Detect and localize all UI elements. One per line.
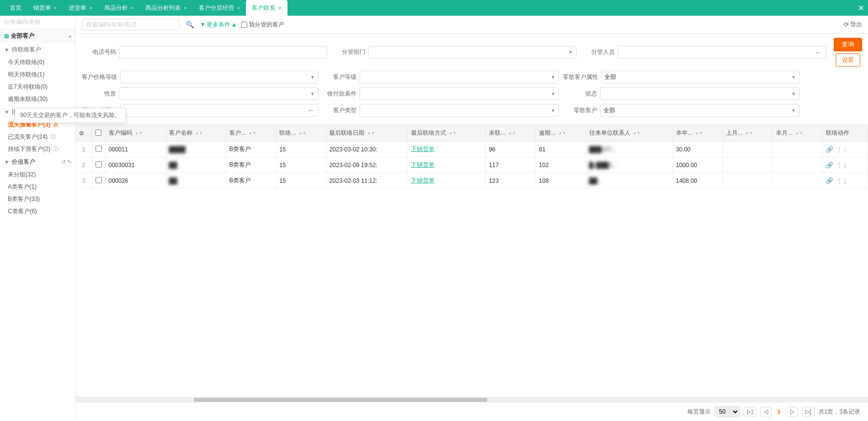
tab-close-customer-tier[interactable]: × [237, 5, 240, 11]
sidebar-group-pending[interactable]: ▼ 待联络客户 [0, 43, 75, 56]
cell-last-method[interactable]: 下销货单 [408, 173, 485, 189]
cell-last-method[interactable]: 下销货单 [408, 157, 485, 173]
sort-date-icon[interactable]: ▲▼ [367, 131, 375, 135]
sort-code-icon[interactable]: ▲▼ [135, 131, 143, 135]
sidebar-item-a-class[interactable]: A类客户(1) [0, 181, 75, 193]
tab-close-sales[interactable]: × [54, 5, 57, 11]
cell-action: 🔗 ⋮⋮ [823, 173, 868, 189]
export-button[interactable]: ⟳ 导出 [844, 21, 862, 29]
tab-customer-contact[interactable]: 客户联系 × [246, 0, 287, 16]
sort-thismonth-icon[interactable]: ▲▼ [796, 131, 803, 135]
cell-last-month [723, 142, 772, 157]
cell-index: 3 [76, 173, 92, 189]
tab-product-analysis[interactable]: 商品分析 × [98, 0, 140, 16]
sort-lastmonth-icon[interactable]: ▲▼ [745, 131, 753, 135]
cell-checkbox[interactable] [92, 157, 105, 173]
chevron-down-icon-2: ▼ [310, 74, 315, 80]
gender-select[interactable]: ▼ [119, 87, 318, 100]
tab-close-product-analysis-list[interactable]: × [184, 5, 187, 11]
cell-unit-contact: ███107... [586, 142, 673, 157]
region-select[interactable]: ··· [120, 104, 318, 117]
manager-dots-icon[interactable]: ··· [814, 49, 822, 56]
chevron-down-icon-9: ▼ [791, 108, 796, 113]
price-level-select[interactable]: ▼ [120, 71, 318, 83]
sort-type-icon[interactable]: ▲▼ [248, 131, 256, 135]
edit-icons[interactable]: ↺ ✎ [61, 159, 72, 165]
sort-method-icon[interactable]: ▲▼ [449, 131, 457, 135]
sidebar-item-ungrouped[interactable]: 未分组(32) [0, 169, 75, 181]
tab-customer-tier[interactable]: 客户分层经营 × [193, 0, 246, 16]
tab-close-product-analysis[interactable]: × [131, 5, 134, 11]
sidebar-item-b-class[interactable]: B类客户(33) [0, 193, 75, 205]
sort-name-icon[interactable]: ▲▼ [195, 131, 203, 135]
more-filter-button[interactable]: ▼ 更多条件 ▲ [200, 21, 237, 29]
cell-checkbox[interactable] [92, 142, 105, 157]
payment-select[interactable]: ▼ [360, 87, 559, 100]
query-button[interactable]: 查询 [834, 38, 862, 51]
action-link-icon[interactable]: 🔗 [826, 177, 833, 184]
sidebar-group-value[interactable]: ▼ 价值客户 ↺ ✎ [0, 155, 75, 169]
zero-customer-select[interactable]: 全部 ▼ [600, 104, 799, 117]
close-window-icon[interactable]: ✕ [858, 3, 864, 13]
settings-button[interactable]: 设置 [836, 53, 860, 67]
gender-label: 性质 [82, 90, 116, 98]
action-menu-icon[interactable]: ⋮⋮ [836, 162, 848, 169]
next-page-btn[interactable]: ▷ [787, 407, 798, 417]
sidebar-item-7days[interactable]: 近7天待联络(0) [0, 81, 75, 93]
scrollbar-thumb[interactable] [193, 398, 487, 402]
search-button[interactable]: 🔍 [184, 21, 196, 28]
chevron-down-icon-3: ▼ [551, 74, 555, 80]
row-checkbox-1[interactable] [96, 161, 102, 168]
table-row: 3 000026 ██ B类客户 15 2023-02-03 11:12: 下销… [76, 173, 868, 189]
region-dots-icon[interactable]: ··· [306, 107, 315, 114]
collapse-icon[interactable]: « [69, 33, 72, 39]
last-page-btn[interactable]: ▷| [802, 407, 815, 417]
tab-sales[interactable]: 销货单 × [27, 0, 63, 16]
search-input[interactable] [82, 19, 180, 30]
sort-year-icon[interactable]: ▲▼ [695, 131, 703, 135]
cell-last-method[interactable]: 下销货单 [408, 142, 485, 157]
sidebar-item-lost[interactable]: 已流失客户(24) ⓘ [0, 131, 75, 143]
sort-contact-icon[interactable]: ▲▼ [299, 131, 307, 135]
my-customers-checkbox[interactable]: 我分管的客户 [241, 21, 284, 29]
row-checkbox-0[interactable] [96, 146, 102, 152]
gear-icon[interactable]: ⚙ [79, 130, 84, 137]
dept-select[interactable]: ▼ [368, 46, 577, 59]
sidebar-search-input[interactable] [4, 19, 76, 25]
action-menu-icon[interactable]: ⋮⋮ [836, 177, 848, 184]
horizontal-scrollbar[interactable] [76, 397, 868, 402]
row-checkbox-2[interactable] [96, 177, 102, 183]
tab-close-customer-contact[interactable]: × [278, 5, 281, 11]
tab-purchase[interactable]: 进货单 × [63, 0, 98, 16]
manager-select[interactable]: ··· [618, 46, 826, 59]
tab-home[interactable]: 首页 [4, 0, 27, 16]
sort-overdue-icon[interactable]: ▲▼ [558, 131, 566, 135]
sidebar-item-today[interactable]: 今天待联络(0) [0, 56, 75, 69]
customer-type-select[interactable]: ▼ [360, 104, 559, 117]
filter-manager: 分管人员 ··· [580, 46, 826, 59]
action-link-icon[interactable]: 🔗 [826, 146, 833, 153]
zero-retail-select[interactable]: 全部 ▼ [601, 71, 799, 83]
per-page-select[interactable]: 50 100 200 [715, 406, 740, 417]
select-all-checkbox[interactable] [95, 129, 101, 136]
action-link-icon[interactable]: 🔗 [826, 162, 833, 169]
my-customers-checkbox-input[interactable] [241, 22, 247, 28]
cell-checkbox[interactable] [92, 173, 105, 189]
sidebar-all-customers[interactable]: ⊞ 全部客户 « [0, 29, 75, 43]
tab-product-analysis-list[interactable]: 商品分析列表 × [140, 0, 193, 16]
th-contact: 联络... ▲▼ [276, 125, 326, 142]
action-menu-icon[interactable]: ⋮⋮ [836, 146, 848, 153]
first-page-btn[interactable]: |◁ [744, 407, 756, 417]
customer-level-select[interactable]: ▼ [360, 71, 559, 83]
phone-input[interactable] [119, 46, 327, 59]
sidebar-item-tomorrow[interactable]: 明天待联络(1) [0, 69, 75, 81]
prev-page-btn[interactable]: ◁ [760, 407, 772, 417]
sort-notcontact-icon[interactable]: ▲▼ [508, 131, 516, 135]
sidebar-item-declining[interactable]: 持续下滑客户(2) ⓘ [0, 143, 75, 155]
th-gear[interactable]: ⚙ [76, 125, 92, 142]
tab-close-purchase[interactable]: × [89, 5, 92, 11]
sort-unit-icon[interactable]: ▲▼ [633, 131, 641, 135]
sidebar-item-c-class[interactable]: C类客户(6) [0, 205, 75, 218]
sidebar-item-overdue[interactable]: 逾期未联络(30) [0, 93, 75, 105]
status-select[interactable]: ▼ [600, 87, 799, 100]
